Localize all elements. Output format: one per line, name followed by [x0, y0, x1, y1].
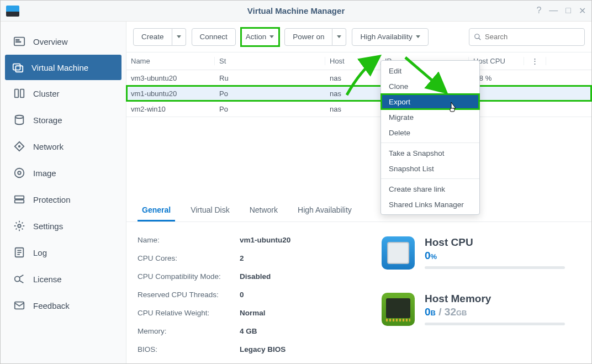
- menu-edit[interactable]: Edit: [381, 63, 479, 78]
- svg-line-21: [479, 38, 481, 40]
- sidebar-item-overview[interactable]: Overview: [1, 28, 126, 55]
- svg-point-7: [15, 115, 24, 119]
- maximize-icon[interactable]: □: [565, 6, 571, 16]
- tab-ha[interactable]: High Availability: [293, 200, 356, 221]
- cpu-icon: [382, 236, 415, 270]
- create-dropdown[interactable]: [172, 28, 186, 46]
- close-icon[interactable]: ✕: [579, 6, 586, 16]
- table-row[interactable]: vm1-ubuntu20 Po nas - -: [126, 86, 591, 101]
- action-menu: Edit Clone Export Migrate Delete Take a …: [380, 60, 480, 215]
- menu-share-link[interactable]: Create share link: [381, 181, 479, 197]
- sidebar-item-label: Cluster: [33, 89, 60, 98]
- vm-properties: Name:vm1-ubuntu20 CPU Cores:2 CPU Compat…: [138, 231, 371, 355]
- svg-rect-4: [15, 66, 23, 72]
- tab-network[interactable]: Network: [245, 200, 282, 221]
- sidebar-item-network[interactable]: Network: [1, 133, 126, 160]
- menu-clone[interactable]: Clone: [381, 78, 479, 94]
- sidebar-item-label: Network: [33, 142, 64, 151]
- col-host[interactable]: Host: [325, 57, 380, 65]
- vm-table: Name St Host IP Host CPU ⋮ vm3-ubuntu20 …: [126, 52, 591, 117]
- sidebar-item-log[interactable]: Log: [1, 239, 126, 266]
- sidebar-item-feedback[interactable]: Feedback: [1, 292, 126, 319]
- sidebar-item-protection[interactable]: Protection: [1, 186, 126, 213]
- chevron-down-icon: [269, 35, 274, 38]
- sidebar-item-label: Image: [33, 168, 56, 178]
- tab-virtual-disk[interactable]: Virtual Disk: [186, 200, 234, 221]
- svg-point-9: [15, 168, 24, 178]
- app-icon: [6, 6, 19, 17]
- svg-rect-3: [13, 64, 20, 70]
- sidebar-item-label: Log: [33, 248, 47, 257]
- detail-body: Name:vm1-ubuntu20 CPU Cores:2 CPU Compat…: [126, 222, 591, 363]
- sidebar-item-storage[interactable]: Storage: [1, 107, 126, 133]
- sidebar-item-virtual-machine[interactable]: Virtual Machine: [5, 55, 121, 80]
- col-more-icon[interactable]: ⋮: [524, 57, 546, 65]
- memory-icon: [382, 293, 415, 326]
- menu-snapshot[interactable]: Take a Snapshot: [381, 145, 479, 161]
- stat-cpu: Host CPU 0%: [382, 236, 580, 270]
- svg-rect-1: [16, 39, 19, 40]
- svg-rect-11: [15, 196, 24, 199]
- progress-bar: [425, 266, 565, 269]
- svg-rect-12: [15, 200, 24, 203]
- chevron-down-icon: [177, 35, 181, 38]
- detail-tabs: General Virtual Disk Network High Availa…: [126, 197, 591, 222]
- svg-point-8: [18, 145, 20, 147]
- svg-point-20: [475, 34, 479, 38]
- col-status[interactable]: St: [215, 57, 325, 65]
- sidebar: Overview Virtual Machine Cluster Storage…: [1, 22, 126, 363]
- search-input[interactable]: [485, 33, 580, 41]
- table-row[interactable]: vm2-win10 Po nas - -: [126, 101, 591, 117]
- chevron-down-icon: [337, 35, 341, 38]
- stat-label: Host Memory: [425, 293, 565, 305]
- toolbar: Create Connect Action Power on High Avai…: [126, 22, 591, 52]
- tab-general[interactable]: General: [138, 200, 175, 221]
- menu-export[interactable]: Export: [381, 94, 479, 109]
- menu-delete[interactable]: Delete: [381, 125, 479, 140]
- search-icon: [474, 33, 482, 41]
- vmm-window: Virtual Machine Manager ? — □ ✕ Overview…: [0, 0, 592, 364]
- create-button[interactable]: Create: [133, 28, 172, 46]
- search-box[interactable]: [469, 28, 585, 46]
- titlebar: Virtual Machine Manager ? — □ ✕: [1, 1, 591, 22]
- menu-snapshot-list[interactable]: Snapshot List: [381, 161, 479, 176]
- sidebar-item-label: Feedback: [33, 301, 70, 310]
- poweron-button[interactable]: Power on: [284, 28, 332, 46]
- svg-point-13: [18, 224, 21, 228]
- menu-separator: [381, 143, 479, 143]
- progress-bar: [425, 323, 565, 325]
- sidebar-item-settings[interactable]: Settings: [1, 213, 126, 239]
- table-header: Name St Host IP Host CPU ⋮: [126, 52, 591, 70]
- sidebar-item-label: Protection: [33, 195, 71, 204]
- main-panel: Create Connect Action Power on High Avai…: [126, 22, 591, 363]
- action-button[interactable]: Action: [241, 28, 279, 46]
- sidebar-item-cluster[interactable]: Cluster: [1, 80, 126, 107]
- stat-label: Host CPU: [425, 236, 565, 249]
- svg-rect-5: [15, 89, 18, 98]
- help-icon[interactable]: ?: [536, 6, 541, 16]
- cursor-icon: [448, 101, 458, 113]
- svg-rect-6: [20, 89, 24, 98]
- svg-point-10: [18, 171, 21, 175]
- minimize-icon[interactable]: —: [549, 6, 558, 16]
- menu-separator: [381, 178, 479, 179]
- svg-rect-2: [16, 41, 21, 43]
- sidebar-item-image[interactable]: Image: [1, 160, 126, 186]
- sidebar-item-label: Overview: [33, 37, 68, 46]
- svg-point-18: [15, 276, 20, 281]
- connect-button[interactable]: Connect: [192, 28, 236, 46]
- stat-memory: Host Memory 0B / 32GB: [382, 293, 580, 326]
- window-title: Virtual Machine Manager: [247, 6, 345, 15]
- table-row[interactable]: vm3-ubuntu20 Ru nas 192.168.0.112 0.8 %: [126, 70, 591, 86]
- sidebar-item-label: Storage: [33, 115, 62, 125]
- poweron-dropdown[interactable]: [332, 28, 346, 46]
- sidebar-item-label: Virtual Machine: [31, 63, 88, 72]
- menu-shared-links-mgr[interactable]: Shared Links Manager: [381, 197, 479, 212]
- host-stats: Host CPU 0% Host Memory 0B / 32GB: [382, 231, 580, 355]
- svg-rect-22: [450, 108, 454, 112]
- sidebar-item-license[interactable]: License: [1, 266, 126, 292]
- menu-migrate[interactable]: Migrate: [381, 109, 479, 125]
- sidebar-item-label: Settings: [33, 221, 63, 231]
- ha-button[interactable]: High Availability: [352, 28, 428, 46]
- col-name[interactable]: Name: [126, 57, 215, 65]
